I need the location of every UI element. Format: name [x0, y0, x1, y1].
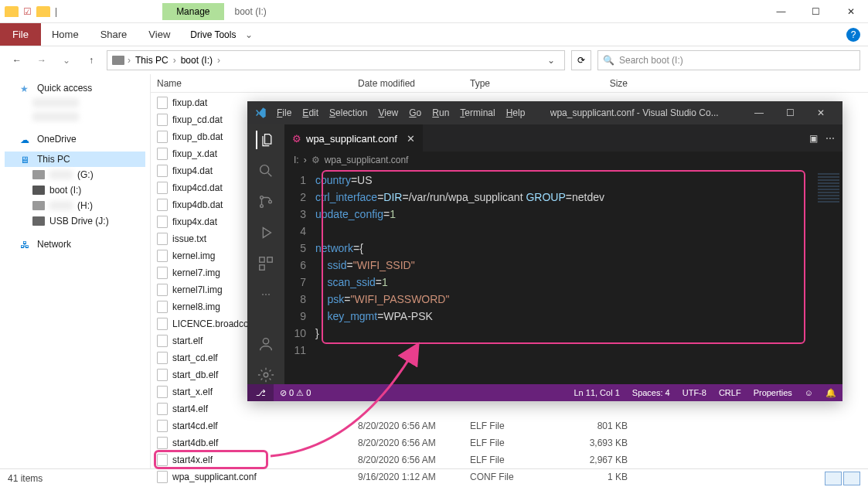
file-icon — [157, 131, 168, 143]
file-date: 8/20/2020 6:56 AM — [352, 438, 464, 448]
encoding[interactable]: UTF-8 — [676, 388, 713, 397]
file-icon — [157, 369, 168, 381]
source-control-icon[interactable] — [257, 192, 275, 211]
col-date[interactable]: Date modified — [352, 78, 464, 89]
navigation-pane: ★Quick access ☁OneDrive 🖥This PC (G:) bo… — [0, 74, 151, 468]
file-icon — [157, 420, 168, 432]
drive-icon — [32, 170, 45, 179]
minimize-button[interactable]: — — [764, 0, 798, 23]
menu-view[interactable]: View — [378, 107, 398, 118]
menu-edit[interactable]: Edit — [302, 107, 318, 118]
address-bar[interactable]: › This PC › boot (I:) › ⌄ — [107, 50, 565, 70]
close-button[interactable]: ✕ — [833, 0, 868, 23]
more-actions-icon[interactable]: ⋯ — [825, 133, 835, 144]
nav-blur-item[interactable] — [5, 110, 145, 124]
bc-file[interactable]: wpa_supplicant.conf — [325, 155, 409, 165]
file-row[interactable]: start4cd.elf8/20/2020 6:56 AMELF File801… — [151, 417, 868, 434]
remote-indicator[interactable]: ⎇ — [247, 384, 274, 401]
nav-drive-g[interactable]: (G:) — [5, 167, 145, 182]
tab-close-icon[interactable]: ✕ — [407, 133, 415, 145]
notifications-icon[interactable]: 🔔 — [819, 388, 842, 398]
settings-icon[interactable] — [257, 366, 275, 384]
maximize-button[interactable]: ☐ — [798, 0, 833, 23]
vscode-maximize[interactable]: ☐ — [774, 101, 805, 124]
up-button[interactable]: ↑ — [82, 51, 100, 70]
recent-button[interactable]: ⌄ — [57, 51, 76, 70]
nav-boot[interactable]: boot (I:) — [5, 182, 145, 198]
drive-tools-tab[interactable]: Drive Tools — [181, 23, 245, 46]
nav-quick-access[interactable]: ★Quick access — [5, 80, 145, 96]
nav-blur-item[interactable] — [5, 96, 145, 110]
col-name[interactable]: Name — [151, 78, 352, 89]
extensions-icon[interactable] — [257, 254, 275, 273]
explorer-icon[interactable] — [256, 131, 274, 149]
bc-root[interactable]: I: — [294, 155, 299, 165]
more-icon[interactable]: ⋯ — [257, 285, 275, 304]
view-tab[interactable]: View — [138, 23, 181, 46]
address-dropdown-icon[interactable]: ⌄ — [543, 55, 560, 66]
search-icon[interactable] — [257, 162, 275, 180]
file-tab[interactable]: File — [0, 23, 41, 46]
share-tab[interactable]: Share — [90, 23, 138, 46]
ribbon-collapse-icon[interactable]: ⌄ — [245, 29, 253, 40]
refresh-button[interactable]: ⟳ — [571, 50, 591, 70]
file-row[interactable]: start4db.elf8/20/2020 6:56 AMELF File3,6… — [151, 434, 868, 451]
usb-icon — [32, 216, 45, 226]
back-button[interactable]: ← — [8, 51, 26, 70]
file-name: start4x.elf — [172, 455, 213, 465]
menu-help[interactable]: Help — [506, 107, 526, 118]
code-content[interactable]: country=US ctrl_interface=DIR=/var/run/w… — [315, 169, 812, 384]
quick-access-toolbar: ☑ | — [0, 6, 62, 17]
menu-selection[interactable]: Selection — [329, 107, 367, 118]
file-row[interactable]: wpa_supplicant.conf9/16/2020 1:12 AMCONF… — [151, 468, 868, 485]
qat-overflow[interactable]: | — [55, 6, 57, 17]
file-icon — [157, 97, 168, 109]
vscode-minimize[interactable]: — — [744, 101, 774, 124]
crumb-boot[interactable]: boot (I:) — [179, 55, 214, 66]
nav-network[interactable]: 🖧Network — [5, 237, 145, 252]
debug-icon[interactable] — [257, 223, 275, 242]
indentation[interactable]: Spaces: 4 — [626, 388, 676, 397]
problems-indicator[interactable]: ⊘ 0 ⚠ 0 — [274, 384, 317, 401]
split-editor-icon[interactable]: ▣ — [809, 133, 818, 144]
editor-tab[interactable]: ⚙ wpa_supplicant.conf ✕ — [284, 124, 423, 152]
forward-button[interactable]: → — [32, 51, 51, 70]
minimap[interactable] — [812, 169, 842, 384]
file-row[interactable]: start4x.elf8/20/2020 6:56 AMELF File2,96… — [151, 451, 868, 468]
menu-file[interactable]: File — [277, 107, 291, 118]
blurred-label — [49, 201, 73, 210]
file-icon — [157, 199, 168, 211]
editor-breadcrumb[interactable]: I: › ⚙ wpa_supplicant.conf — [284, 152, 842, 169]
ribbon-context-manage[interactable]: Manage — [162, 3, 223, 20]
menu-terminal[interactable]: Terminal — [460, 107, 495, 118]
crumb-thispc[interactable]: This PC — [134, 55, 170, 66]
menu-go[interactable]: Go — [409, 107, 421, 118]
file-icon — [157, 318, 168, 330]
help-icon[interactable]: ? — [846, 28, 860, 42]
nav-label: USB Drive (J:) — [49, 216, 109, 226]
ribbon-tabs: File Home Share View Drive Tools ⌄ ? — [0, 23, 868, 46]
search-box[interactable]: 🔍 Search boot (I:) — [597, 50, 860, 70]
window-controls: — ☐ ✕ — [764, 0, 868, 23]
address-row: ← → ⌄ ↑ › This PC › boot (I:) › ⌄ ⟳ 🔍 Se… — [0, 46, 868, 74]
file-icon — [157, 148, 168, 160]
col-type[interactable]: Type — [464, 78, 557, 89]
home-tab[interactable]: Home — [41, 23, 90, 46]
language-mode[interactable]: Properties — [747, 388, 798, 397]
cursor-position[interactable]: Ln 11, Col 1 — [567, 388, 625, 397]
col-size[interactable]: Size — [557, 78, 634, 89]
code-editor[interactable]: 1234567891011 country=US ctrl_interface=… — [284, 169, 842, 384]
account-icon[interactable] — [257, 335, 275, 353]
nav-this-pc[interactable]: 🖥This PC — [5, 152, 145, 167]
nav-drive-h[interactable]: (H:) — [5, 198, 145, 213]
nav-usb[interactable]: USB Drive (J:) — [5, 213, 145, 229]
eol[interactable]: CRLF — [713, 388, 747, 397]
svg-point-2 — [260, 205, 264, 208]
menu-run[interactable]: Run — [432, 107, 449, 118]
nav-onedrive[interactable]: ☁OneDrive — [5, 131, 145, 147]
crumb-sep: › — [128, 55, 131, 66]
file-row[interactable]: start4.elf — [151, 400, 868, 417]
qat-save-icon[interactable]: ☑ — [23, 6, 32, 17]
vscode-close[interactable]: ✕ — [805, 101, 836, 124]
feedback-icon[interactable]: ☺ — [798, 388, 819, 397]
